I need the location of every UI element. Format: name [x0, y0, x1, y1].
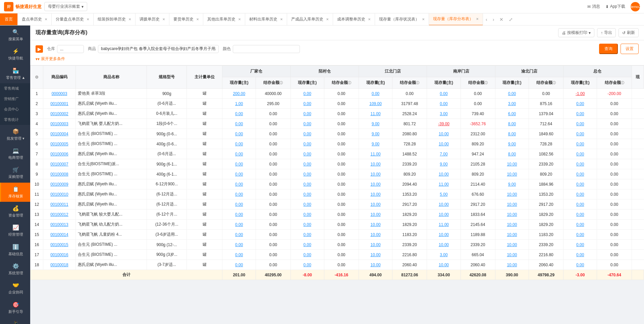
sidebar-item-apps[interactable]: 📱 应用中心 [0, 317, 30, 324]
cell-qty-5[interactable]: 0.00 [564, 230, 597, 240]
cell-qty-2[interactable]: 10.00 [359, 169, 392, 179]
cell-qty-2[interactable]: 0.00 [359, 89, 392, 99]
tab-close-11[interactable]: ✕ [476, 17, 479, 21]
tab-close-9[interactable]: ✕ [368, 17, 371, 21]
cell-qty-3[interactable]: -39.00 [427, 119, 461, 129]
cell-qty-2[interactable]: 10.00 [359, 210, 392, 220]
color-input[interactable] [233, 45, 300, 53]
sidebar-item-marketing[interactable]: 营销推广 [0, 94, 30, 104]
sidebar-item-ecommerce[interactable]: 💻 电商管理 [0, 144, 30, 163]
tab-nav-close[interactable]: ✕ [497, 17, 506, 22]
cell-code[interactable]: 00100006 [43, 149, 75, 159]
cell-qty-4[interactable]: 10.00 [495, 240, 529, 250]
cell-code[interactable]: 00100015 [43, 240, 75, 250]
cell-qty-0[interactable]: 0.00 [222, 119, 256, 129]
cell-qty-4[interactable]: 8.00 [495, 129, 529, 139]
cell-qty-3[interactable]: 11.00 [427, 220, 461, 230]
tab-home[interactable]: 首页 [0, 13, 18, 26]
cell-qty-0[interactable]: 0.00 [222, 250, 256, 260]
sidebar-item-wholesale[interactable]: 📦 批发管理 ▾ [0, 125, 30, 144]
sidebar-item-purchase[interactable]: 🛒 采购管理 [0, 163, 30, 182]
cell-qty-3[interactable]: 10.00 [427, 260, 461, 270]
tab-close-3[interactable]: ✕ [128, 17, 131, 21]
cell-qty-2[interactable]: 10.00 [359, 189, 392, 199]
cell-qty-1[interactable]: 0.00 [290, 109, 324, 119]
sidebar-item-search[interactable]: 🔍 搜索英单 [0, 26, 30, 45]
tab-nav-prev[interactable]: ‹ [483, 17, 490, 22]
cell-qty-4[interactable]: 9.00 [495, 179, 529, 189]
sidebar-item-retail[interactable]: 🏪 零售管理 ▲ [0, 64, 30, 83]
cell-qty-5[interactable]: 0.00 [564, 159, 597, 169]
cell-qty-2[interactable]: 10.00 [359, 260, 392, 270]
cell-qty-2[interactable]: 11.00 [359, 109, 392, 119]
cell-qty-0[interactable]: 0.00 [222, 139, 256, 149]
cell-qty-0[interactable]: 0.00 [222, 189, 256, 199]
tab-10[interactable]: 现存量（库存状况表） ✕ [375, 13, 429, 26]
cell-qty-1[interactable]: 0.00 [290, 189, 324, 199]
tab-nav-next[interactable]: › [490, 17, 497, 22]
cell-qty-2[interactable]: 10.00 [359, 159, 392, 169]
filter-toggle-btn[interactable]: ▶ [36, 45, 43, 53]
cell-qty-4[interactable]: 10.00 [495, 220, 529, 230]
cell-qty-0[interactable]: 0.00 [222, 109, 256, 119]
cell-qty-1[interactable]: 0.00 [290, 260, 324, 270]
tab-close-5[interactable]: ✕ [196, 17, 199, 21]
tab-6[interactable]: 其他出库单历史 ✕ [203, 13, 245, 26]
tab-close-1[interactable]: ✕ [45, 17, 47, 21]
cell-code[interactable]: 00100001 [43, 99, 75, 109]
cell-qty-5[interactable]: 0.00 [564, 210, 597, 220]
cell-qty-1[interactable]: 0.00 [290, 230, 324, 240]
tab-7[interactable]: 材料出库单历史 ✕ [245, 13, 287, 26]
cell-qty-4[interactable]: 10.00 [495, 189, 529, 199]
cell-qty-3[interactable]: 9.00 [427, 159, 461, 169]
cell-qty-0[interactable]: 0.00 [222, 199, 256, 210]
cell-code[interactable]: 00100009 [43, 179, 75, 189]
cell-qty-1[interactable]: 0.00 [290, 159, 324, 169]
cell-qty-4[interactable]: 10.00 [495, 199, 529, 210]
cell-qty-1[interactable]: 0.00 [290, 99, 324, 109]
app-download-button[interactable]: ⬇ App下载 [605, 4, 625, 9]
print-button[interactable]: 🖨 按模板打印 ▾ [558, 28, 594, 37]
refresh-button[interactable]: ↺ 刷新 [619, 28, 639, 37]
cell-qty-3[interactable]: 7.00 [427, 149, 461, 159]
settings-button[interactable]: 设置 [621, 44, 639, 54]
cell-qty-4[interactable]: 8.00 [495, 119, 529, 129]
tab-1[interactable]: 盘点单历史 ✕ [18, 13, 52, 26]
cell-qty-1[interactable]: 0.00 [290, 199, 324, 210]
cell-qty-4[interactable]: 10.00 [495, 169, 529, 179]
tab-5[interactable]: 要货单历史 ✕ [169, 13, 203, 26]
cell-qty-3[interactable]: 3.00 [427, 250, 461, 260]
cell-qty-2[interactable]: 10.00 [359, 220, 392, 230]
cell-qty-5[interactable]: 0.00 [564, 220, 597, 230]
query-button[interactable]: 查询 [599, 44, 618, 54]
sidebar-item-guide[interactable]: 🎯 新手引导 [0, 298, 30, 317]
tab-2[interactable]: 分量盘点单历史 ✕ [52, 13, 94, 26]
cell-qty-4[interactable]: 10.00 [495, 230, 529, 240]
cell-qty-0[interactable]: 0.00 [222, 159, 256, 169]
cell-code[interactable]: 00100007 [43, 159, 75, 169]
cell-code[interactable]: 00100002 [43, 109, 75, 119]
tab-4[interactable]: 调拨单历史 ✕ [136, 13, 169, 26]
cell-qty-2[interactable]: 10.00 [359, 230, 392, 240]
cell-qty-4[interactable]: 10.00 [495, 250, 529, 260]
sidebar-item-nav[interactable]: ⚡ 快捷导航 [0, 45, 30, 64]
cell-qty-2[interactable]: 109.00 [359, 99, 392, 109]
cell-code[interactable]: 00100005 [43, 139, 75, 149]
filter-expand-btn[interactable]: ▾▾ 展开更多条件 [36, 56, 639, 62]
cell-qty-3[interactable]: 10.00 [427, 129, 461, 139]
sidebar-item-retail-stats[interactable]: 零售统计 [0, 114, 30, 125]
cell-qty-4[interactable]: 0.00 [495, 89, 529, 99]
cell-qty-5[interactable]: 0.00 [564, 109, 597, 119]
cell-qty-2[interactable]: 9.00 [359, 119, 392, 129]
cell-qty-1[interactable]: 0.00 [290, 119, 324, 129]
cell-qty-1[interactable]: 0.00 [290, 220, 324, 230]
cell-qty-5[interactable]: 0.00 [564, 149, 597, 159]
export-button[interactable]: ↑ 导出 [597, 28, 616, 37]
tab-close-2[interactable]: ✕ [87, 17, 89, 21]
cell-code[interactable]: 00100008 [43, 169, 75, 179]
cell-qty-5[interactable]: 0.00 [564, 119, 597, 129]
cell-qty-1[interactable]: 0.00 [290, 139, 324, 149]
cell-qty-0[interactable]: 0.00 [222, 179, 256, 189]
cell-qty-1[interactable]: 0.00 [290, 210, 324, 220]
cell-qty-5[interactable]: 0.00 [564, 240, 597, 250]
